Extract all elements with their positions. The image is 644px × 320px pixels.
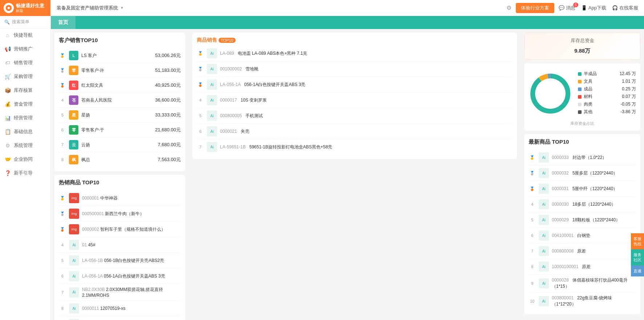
nav-tabs: 首页 (51, 16, 644, 29)
hot-products-title: 热销商品 TOP10 (59, 179, 181, 186)
rank-badge-1: 🥇 (59, 52, 66, 59)
list-item: 4 Ai 0000017 10S 变刺罗浆 (197, 93, 513, 108)
product-info: 0000011 12070519-xs (82, 306, 181, 311)
rank-badge: 6 (197, 128, 204, 135)
rank-badge: 🥉 (529, 185, 536, 192)
list-item: 10 Ai 003800001 22g鱼豆腐-烧烤味（1*12*20） (529, 292, 636, 310)
product-info: 01 45# (82, 242, 181, 247)
new-products-card: 最新商品 TOP10 🥇 Ai 0000033 封边带（1.0*22） 🥈 Ai… (524, 134, 640, 314)
product-img: Ai (207, 142, 217, 152)
message-item[interactable]: 💬 消息 6 (559, 5, 575, 11)
sidebar-item-basic-info[interactable]: 📋 基础信息 (0, 125, 50, 139)
product-info: 0000029 18颗粒板（1220*2440） (552, 217, 636, 223)
left-panel: 客户销售TOP10 🥇 L LS 客户 53,006.26元 🥈 零 零售客户·… (51, 29, 189, 320)
list-item: 5 Ai LA-056-1B 056-1B白色按键开关壳ABS2壳 (59, 253, 181, 268)
legend-dot (578, 103, 582, 106)
avatar: 云 (69, 140, 78, 149)
legend-dot (578, 95, 582, 99)
legend-item-4: 材料 0.07 万 (578, 94, 636, 100)
customer-amount: 51,183.00元 (155, 67, 181, 74)
product-img: Ai (69, 287, 79, 298)
try-plan-button[interactable]: 体验行业方案 (516, 3, 554, 13)
customer-name: 零售客户·于 (81, 127, 152, 133)
avatar: 星 (69, 110, 78, 120)
rank-badge: 7 (59, 289, 66, 296)
sidebar-item-inventory[interactable]: 📦 库存核算 (0, 83, 50, 97)
svg-point-5 (535, 78, 566, 109)
topbar: 装备及固定资产辅助管理系统 ▼ ⚙ 体验行业方案 💬 消息 6 📱 App下载 … (51, 0, 644, 16)
rank-badge-8: 8 (59, 156, 66, 163)
product-info: 0000033 封边带（1.0*22） (552, 155, 636, 161)
finance-icon: 💰 (4, 101, 11, 107)
rank-badge: 5 (59, 257, 66, 264)
sidebar-item-quick-nav[interactable]: ⌂ 快捷导航 (0, 28, 50, 42)
product-img: Ai (207, 95, 217, 105)
product-info: 000800008 原差 (552, 248, 636, 254)
live-button[interactable]: 直播 (631, 266, 644, 276)
rank-badge: 🥈 (197, 65, 204, 73)
system-icon: ⚙ (4, 143, 11, 148)
list-item: 8 枫 枫总 7,563.00元 (59, 152, 181, 167)
product-info: LA-056-1B 056-1B白色按键开关壳ABS2壳 (82, 258, 181, 264)
list-item: 9 Ai 0000028 体倡嘉枝味苏打饮品400毫升（1*15） (529, 275, 636, 292)
guide-icon: ❓ (4, 170, 11, 176)
product-img: Ai (207, 126, 217, 136)
list-item: 5 Ai 000800005 手机测试 (197, 108, 513, 124)
customer-name: 枫总 (81, 157, 155, 163)
headset-icon: 🎧 (612, 5, 618, 11)
list-item: 🥇 img 0000001 中华神器 (59, 190, 181, 206)
avatar: L (69, 51, 78, 60)
sidebar-item-guide[interactable]: ❓ 新手引导 (0, 166, 50, 180)
rank-badge: 8 (529, 263, 536, 270)
sidebar-item-finance[interactable]: 💰 资金管理 (0, 97, 50, 111)
legend-dot (578, 72, 582, 76)
rank-badge-3: 🥉 (59, 82, 66, 89)
inventory-total-card: 库存总资金 9.88万 (524, 33, 640, 60)
dropdown-arrow-icon[interactable]: ▼ (120, 6, 124, 10)
sidebar-search[interactable]: 🔍 搜索菜单 (0, 16, 50, 28)
rank-badge: 🥈 (529, 169, 536, 177)
product-sales-header: 商品销售 TOP10 (197, 37, 513, 44)
tab-home[interactable]: 首页 (51, 16, 76, 29)
rank-badge: 5 (197, 112, 204, 119)
basic-info-icon: 📋 (4, 129, 11, 135)
list-item: 8 Ai 10000100001 原差 (529, 259, 636, 275)
customer-name: 苍南县人民医院 (81, 97, 152, 103)
purchase-icon: 🛒 (4, 74, 11, 79)
sidebar-item-system[interactable]: ⚙ 系统管理 (0, 139, 50, 152)
service-community-button[interactable]: 服务社区 (631, 249, 644, 266)
legend-dot (578, 87, 582, 91)
customer-service-button[interactable]: 客服热线 (631, 233, 644, 250)
sidebar-item-purchase[interactable]: 🛒 采购管理 (0, 70, 50, 83)
customer-top10-title: 客户销售TOP10 (59, 37, 181, 44)
online-service-item[interactable]: 🎧 在线客服 (612, 5, 638, 11)
rank-badge: 7 (197, 143, 204, 151)
legend-dot (578, 110, 582, 114)
list-item: 4 Ai 0000030 18多层（1220*2440） (529, 197, 636, 212)
sidebar: 畅捷通好生意 标版 🔍 搜索菜单 ⌂ 快捷导航 📢 营销推广 🏷 销售管理 🛒 … (0, 0, 51, 320)
product-img: Ai (539, 184, 549, 194)
legend-item-1: 半成品 12.45 万 (578, 71, 636, 77)
product-img: Ai (207, 111, 217, 121)
sidebar-item-operations[interactable]: 📊 经营管理 (0, 111, 50, 125)
product-sales-card: 商品销售 TOP10 🥇 Ai LA-089 电池盖 LA-089 ABS本色+… (192, 33, 517, 159)
sidebar-item-marketing[interactable]: 📢 营销推广 (0, 42, 50, 56)
list-item: 🥈 Ai 0000032 5厘多层（1220*2440） (529, 165, 636, 181)
legend-item-3: 成品 0.25 万 (578, 86, 636, 92)
settings-icon[interactable]: ⚙ (506, 4, 511, 11)
list-item: 🥈 img 000500001 新西兰牛肉（新牛） (59, 206, 181, 222)
rank-badge: 6 (529, 232, 536, 239)
product-img: img (69, 209, 79, 219)
customer-amount: 53,006.26元 (155, 52, 181, 59)
sidebar-item-sales[interactable]: 🏷 销售管理 (0, 56, 50, 70)
search-icon: 🔍 (4, 20, 10, 25)
rank-badge-6: 6 (59, 126, 66, 134)
inventory-total-label: 库存总资金 (530, 37, 634, 44)
sidebar-item-cooperation[interactable]: 🤝 企业协同 (0, 152, 50, 166)
product-info: NB2.0X30B 2.0X30MM双搓花轴,搓花直径2.1MM/ROHS (82, 287, 181, 298)
inventory-icon: 📦 (4, 87, 11, 93)
content-area: 客户销售TOP10 🥇 L LS 客户 53,006.26元 🥈 零 零售客户·… (51, 29, 644, 320)
product-info: 0000001 中华神器 (82, 195, 181, 201)
rank-badge-5: 5 (59, 111, 66, 119)
app-download-item[interactable]: 📱 App下载 (581, 5, 606, 11)
